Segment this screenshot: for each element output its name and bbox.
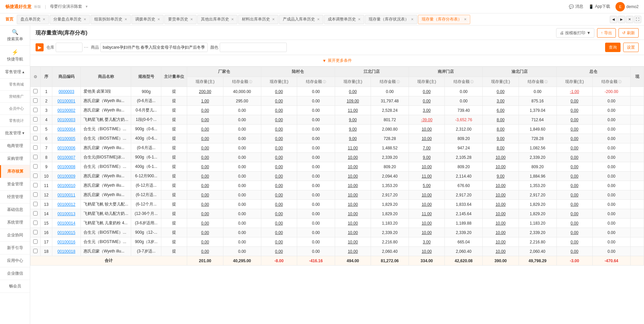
col-s3-qty[interactable]: 10.00 xyxy=(335,228,371,237)
col-s4-qty[interactable]: 3.00 xyxy=(409,106,445,115)
col-s5-qty[interactable]: 3.00 xyxy=(483,96,519,106)
close-icon[interactable]: ✕ xyxy=(358,17,361,21)
col-s1-qty[interactable]: 0.00 xyxy=(187,106,223,115)
col-total-qty[interactable]: 0.00 xyxy=(556,237,592,247)
col-s4-qty[interactable]: 11.00 xyxy=(409,172,445,181)
col-checkbox[interactable] xyxy=(31,228,41,237)
col-code[interactable]: 00100014 xyxy=(52,219,81,228)
col-s4-qty[interactable]: 10.00 xyxy=(409,134,445,143)
row-checkbox[interactable] xyxy=(33,211,38,216)
col-total-qty[interactable]: 0.00 xyxy=(556,247,592,256)
col-checkbox[interactable] xyxy=(31,153,41,162)
message-btn[interactable]: 💬 消息 xyxy=(569,4,583,9)
sidebar-item-basicinfo[interactable]: 基础信息 xyxy=(0,203,30,216)
col-s3-qty[interactable]: 10.00 xyxy=(335,209,371,219)
col-total-qty[interactable]: 0.00 xyxy=(556,153,592,162)
filter-expand-btn[interactable]: ▶ xyxy=(36,43,44,51)
industry-dropdown[interactable]: 母婴行业演示陈套 xyxy=(50,4,82,9)
row-checkbox[interactable] xyxy=(33,202,38,206)
col-checkbox[interactable] xyxy=(31,87,41,96)
expand-more-btn[interactable]: ▼ 展开更多条件 xyxy=(320,56,355,65)
row-checkbox[interactable] xyxy=(33,136,38,140)
col-s5-qty[interactable]: 8.00 xyxy=(483,143,519,153)
col-s5-qty[interactable]: 8.00 xyxy=(483,125,519,134)
col-s5-qty[interactable]: 10.00 xyxy=(483,228,519,237)
color-input[interactable] xyxy=(220,43,287,52)
col-checkbox[interactable] xyxy=(31,96,41,106)
col-s3-qty[interactable]: 9.00 xyxy=(335,115,371,125)
nav-close-all-btn[interactable]: ✕ xyxy=(626,16,633,23)
col-code[interactable]: 00100001 xyxy=(52,96,81,106)
sidebar-item-inventory[interactable]: 库存核算 xyxy=(0,165,30,178)
col-s2-qty[interactable]: 0.00 xyxy=(261,209,297,219)
col-code[interactable]: 00100008 xyxy=(52,162,81,172)
col-s3-qty[interactable]: 9.00 xyxy=(335,125,371,134)
col-code[interactable]: 00100011 xyxy=(52,190,81,200)
col-code[interactable]: 0000003 xyxy=(52,87,81,96)
col-total-qty[interactable]: 0.00 xyxy=(556,219,592,228)
col-s2-qty[interactable]: 0.00 xyxy=(261,153,297,162)
col-s1-qty[interactable]: 0.00 xyxy=(187,181,223,190)
sidebar-item-ecom[interactable]: 电商管理 xyxy=(0,140,30,152)
col-checkbox[interactable] xyxy=(31,162,41,172)
sidebar-item-wecom[interactable]: 企业微信 xyxy=(0,267,30,280)
row-checkbox[interactable] xyxy=(33,164,38,169)
col-total-qty[interactable]: 0.00 xyxy=(556,181,592,190)
col-total-qty[interactable]: 0.00 xyxy=(556,190,592,200)
row-checkbox[interactable] xyxy=(33,192,38,197)
col-code[interactable]: 00100007 xyxy=(52,153,81,162)
col-code[interactable]: 00100012 xyxy=(52,200,81,209)
col-checkbox[interactable] xyxy=(31,219,41,228)
warehouse-input[interactable] xyxy=(56,43,83,52)
col-checkbox[interactable] xyxy=(31,209,41,219)
col-s1-qty[interactable]: 0.00 xyxy=(187,115,223,125)
app-download-btn[interactable]: 📱 App下载 xyxy=(589,4,610,9)
col-s5-qty[interactable]: 10.00 xyxy=(483,153,519,162)
row-checkbox[interactable] xyxy=(33,127,38,131)
col-s3-qty[interactable]: 10.00 xyxy=(335,237,371,247)
col-checkbox[interactable] xyxy=(31,247,41,256)
col-code[interactable]: 00100009 xyxy=(52,172,81,181)
col-code[interactable]: 00100018 xyxy=(52,247,81,256)
col-s3-qty[interactable]: 10.00 xyxy=(335,153,371,162)
export-btn[interactable]: ↑ 导出 xyxy=(597,28,616,38)
col-total-qty[interactable]: 0.00 xyxy=(556,106,592,115)
col-s5-qty[interactable]: 10.00 xyxy=(483,209,519,219)
row-checkbox[interactable] xyxy=(33,98,38,103)
sidebar-item-collab[interactable]: 企业协同 xyxy=(0,229,30,242)
col-s5-qty[interactable]: 10.00 xyxy=(483,162,519,172)
close-icon[interactable]: ✕ xyxy=(84,17,86,21)
sidebar-item-search[interactable]: 🔍 搜索英单 xyxy=(0,26,30,46)
col-s4-qty[interactable]: 10.00 xyxy=(409,247,445,256)
nav-maximize-btn[interactable]: ⛶ xyxy=(634,16,641,23)
nav-next-btn[interactable]: ▶ xyxy=(618,16,625,23)
col-s1-qty[interactable]: 0.00 xyxy=(187,200,223,209)
col-s4-qty[interactable]: 9.00 xyxy=(409,153,445,162)
col-s2-qty[interactable]: 0.00 xyxy=(261,143,297,153)
col-code[interactable]: 00100010 xyxy=(52,181,81,190)
query-btn[interactable]: 查询 xyxy=(605,43,621,52)
col-s2-qty[interactable]: 0.00 xyxy=(261,125,297,134)
sidebar-item-member[interactable]: 会员中心 xyxy=(0,103,30,115)
col-s2-qty[interactable]: 0.00 xyxy=(261,172,297,181)
col-s5-qty[interactable]: 10.00 xyxy=(483,200,519,209)
sidebar-item-system[interactable]: 系统管理 xyxy=(0,216,30,229)
col-s3-qty[interactable]: 109.00 xyxy=(335,96,371,106)
row-checkbox[interactable] xyxy=(33,230,38,234)
col-s1-qty[interactable]: 0.00 xyxy=(187,153,223,162)
row-checkbox[interactable] xyxy=(33,89,38,93)
col-total-qty[interactable]: 0.00 xyxy=(556,134,592,143)
col-checkbox[interactable] xyxy=(31,106,41,115)
col-s1-qty[interactable]: 0.00 xyxy=(187,190,223,200)
row-checkbox[interactable] xyxy=(33,145,38,150)
col-total-qty[interactable]: 0.00 xyxy=(556,209,592,219)
sidebar-item-member2[interactable]: 畅会员 xyxy=(0,280,30,293)
sidebar-item-quicknav[interactable]: ⚡ 快捷导航 xyxy=(0,46,30,66)
col-s4-qty[interactable]: 10.00 xyxy=(409,125,445,134)
col-s2-qty[interactable]: 0.00 xyxy=(261,87,297,96)
sidebar-item-purchase[interactable]: 采购管理 xyxy=(0,152,30,165)
close-icon[interactable]: ✕ xyxy=(124,17,127,21)
col-s5-qty[interactable]: 10.00 xyxy=(483,237,519,247)
dropdown-arrow[interactable]: ▼ xyxy=(85,5,88,8)
col-s3-qty[interactable]: 11.00 xyxy=(335,143,371,153)
